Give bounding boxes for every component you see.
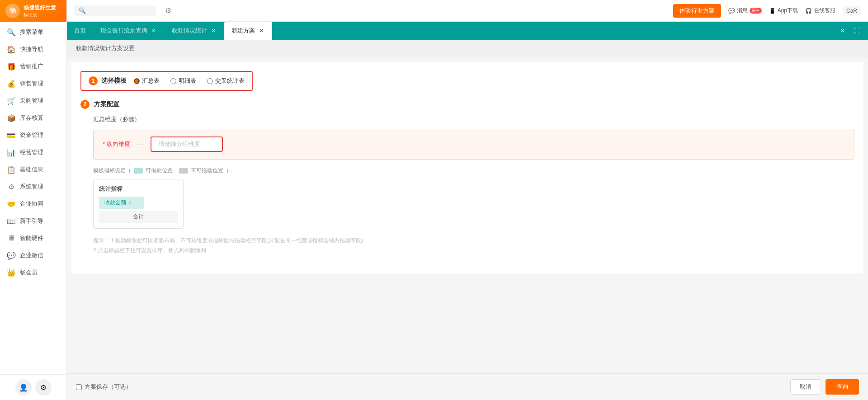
settings-gear-icon[interactable]: ⚙ (162, 5, 175, 17)
dim-select-input[interactable]: 请选择分组维度 (151, 136, 223, 152)
tabbar-right-actions: ✕ ⛶ (837, 25, 868, 36)
tab-expand-icon[interactable]: ⛶ (852, 25, 863, 36)
service-icon: 🎧 (805, 8, 812, 14)
query-button[interactable]: 查询 (826, 379, 859, 395)
sidebar-item-purchase[interactable]: 🛒 采购管理 (0, 92, 66, 109)
tab-new-plan-label: 新建方案 (231, 27, 255, 35)
save-plan-checkbox[interactable]: 方案保存（可选） (76, 383, 132, 391)
money-icon: 💰 (7, 80, 15, 88)
topbar: 🔍 ⚙ 体验行业方案 💬 消息 99+ 📱 App下载 🎧 在线客服 CaR (67, 0, 868, 22)
topbar-actions: 体验行业方案 💬 消息 99+ 📱 App下载 🎧 在线客服 CaR (673, 4, 861, 18)
page-header-text: 收款情况统计方案设置 (76, 45, 135, 52)
sidebar-item-marketing[interactable]: 🎁 营销推广 (0, 58, 66, 75)
sidebar-label-finance: 资金管理 (20, 131, 43, 139)
tab-home[interactable]: 首页 (67, 22, 93, 40)
app-label: App下载 (778, 7, 798, 14)
indicator-legend-prefix: 模板指标设定（ (93, 167, 131, 174)
user-name[interactable]: CaR (843, 6, 861, 15)
sidebar-item-basic[interactable]: 📋 基础信息 (0, 161, 66, 178)
tab-cashflow[interactable]: 现金银行流水查询 ✕ (93, 22, 165, 40)
indicator-table: 统计指标 收款金额 ∨ 合计 (93, 179, 184, 229)
radio-summary-input[interactable] (134, 78, 140, 84)
sidebar-item-wechat[interactable]: 💬 企业微信 (0, 247, 66, 264)
step1-title: 1 选择模板 汇总表 明细表 (80, 71, 854, 91)
sidebar-bottom: 👤 ⚙ (0, 374, 66, 400)
sidebar-label-sales: 销售管理 (20, 80, 43, 88)
cart-icon: 🛒 (7, 97, 15, 105)
tips-line2: 2.点击标题栏下拉可设置排序、插入列和删除列 (93, 246, 854, 256)
step2-label: 方案配置 (94, 100, 119, 108)
tag-amount-label: 收款金额 (104, 199, 126, 207)
card-icon: 💳 (7, 131, 15, 139)
sidebar-item-sales[interactable]: 💰 销售管理 (0, 75, 66, 92)
package-icon: 📦 (7, 114, 15, 122)
sidebar-item-operation[interactable]: 📊 经营管理 (0, 144, 66, 161)
message-icon: 💬 (728, 8, 735, 14)
tab-receivable-label: 收款情况统计 (172, 27, 207, 35)
indicator-subtag-total: 合计 (99, 211, 178, 223)
message-button[interactable]: 💬 消息 99+ (728, 7, 762, 14)
radio-cross-input[interactable] (207, 78, 213, 84)
dim-arrow: — (137, 141, 143, 148)
sidebar-item-hardware[interactable]: 🖥 智能硬件 (0, 230, 66, 247)
step2-title: 2 方案配置 (80, 100, 854, 109)
sidebar-label-search: 搜索菜单 (20, 28, 43, 36)
bottom-buttons: 取消 查询 (790, 379, 859, 395)
sidebar-item-search[interactable]: 🔍 搜索菜单 (0, 24, 66, 41)
sidebar-item-system[interactable]: ⚙ 系统管理 (0, 178, 66, 195)
indicator-tag-amount[interactable]: 收款金额 ∨ (99, 197, 144, 209)
tab-new-plan-close-icon[interactable]: ✕ (258, 27, 265, 34)
dim-area: * 纵向维度 — 请选择分组维度 (93, 129, 854, 160)
sidebar-item-member[interactable]: 👑 畅会员 (0, 264, 66, 281)
sidebar-label-purchase: 采购管理 (20, 97, 43, 105)
gift-icon: 🎁 (7, 62, 15, 71)
online-service-button[interactable]: 🎧 在线客服 (805, 7, 835, 14)
page-header: 收款情况统计方案设置 (67, 40, 868, 57)
sidebar-label-member: 畅会员 (20, 268, 38, 277)
topbar-search-box[interactable]: 🔍 (74, 5, 156, 16)
radio-cross-label: 交叉统计表 (215, 77, 245, 85)
form-area: 1 选择模板 汇总表 明细表 (71, 62, 863, 273)
save-plan-label: 方案保存（可选） (85, 383, 132, 391)
sidebar-nav: 🔍 搜索菜单 🏠 快捷导航 🎁 营销推广 💰 销售管理 🛒 采购管理 📦 库存核… (0, 22, 66, 374)
gear-icon: ⚙ (7, 183, 15, 191)
tab-new-plan[interactable]: 新建方案 ✕ (224, 22, 272, 40)
sidebar-label-warehouse: 库存核算 (20, 114, 43, 122)
sidebar-item-quicknav[interactable]: 🏠 快捷导航 (0, 41, 66, 58)
save-plan-checkbox-input[interactable] (76, 384, 82, 390)
tab-cashflow-label: 现金银行流水查询 (100, 27, 147, 35)
legend-fixed-label: 不可拖动位置 (191, 167, 223, 174)
sidebar-item-warehouse[interactable]: 📦 库存核算 (0, 109, 66, 127)
sidebar-label-collab: 企业协同 (20, 200, 43, 208)
radio-detail[interactable]: 明细表 (170, 77, 196, 85)
cancel-button[interactable]: 取消 (790, 379, 821, 395)
sidebar-item-collab[interactable]: 🤝 企业协同 (0, 195, 66, 212)
sidebar-label-marketing: 营销推广 (20, 62, 43, 71)
search-icon: 🔍 (79, 7, 86, 14)
page-content: 收款情况统计方案设置 1 选择模板 (67, 40, 868, 373)
sidebar-item-finance[interactable]: 💳 资金管理 (0, 127, 66, 144)
sidebar-bottom-btn1[interactable]: 👤 (15, 379, 32, 395)
tab-close-all-icon[interactable]: ✕ (837, 25, 848, 36)
sidebar-logo: 畅 畅捷通好生意 标准版 (0, 0, 66, 22)
radio-summary-label: 汇总表 (142, 77, 160, 85)
radio-detail-input[interactable] (170, 78, 176, 84)
template-select-box: 1 选择模板 汇总表 明细表 (80, 71, 253, 91)
handshake-icon: 🤝 (7, 200, 15, 208)
tab-receivable[interactable]: 收款情况统计 ✕ (165, 22, 224, 40)
tab-home-label: 首页 (74, 27, 86, 35)
dim-section-title: 汇总维度（必选） (93, 115, 854, 123)
sidebar-item-guide[interactable]: 📖 新手引导 (0, 212, 66, 230)
radio-cross[interactable]: 交叉统计表 (207, 77, 245, 85)
message-badge: 99+ (750, 8, 762, 14)
radio-summary[interactable]: 汇总表 (134, 77, 160, 85)
search-input[interactable] (89, 8, 152, 14)
trial-button[interactable]: 体验行业方案 (673, 4, 721, 18)
tabbar: 首页 现金银行流水查询 ✕ 收款情况统计 ✕ 新建方案 ✕ ✕ ⛶ (67, 22, 868, 40)
dim-select-placeholder: 请选择分组维度 (159, 140, 200, 148)
tab-cashflow-close-icon[interactable]: ✕ (150, 27, 157, 34)
app-download-button[interactable]: 📱 App下载 (769, 7, 798, 14)
sidebar-bottom-btn2[interactable]: ⚙ (35, 379, 52, 395)
tab-receivable-close-icon[interactable]: ✕ (210, 27, 217, 34)
sidebar-label-guide: 新手引导 (20, 217, 43, 225)
